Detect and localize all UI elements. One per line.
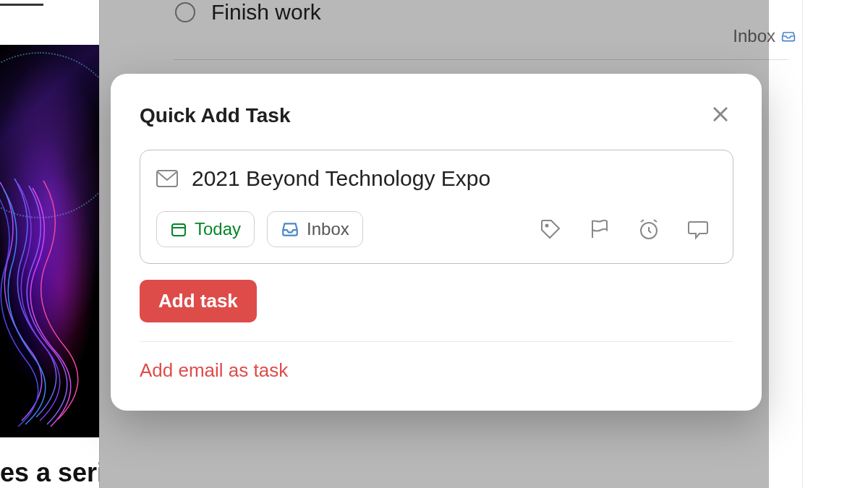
reminder-button[interactable]: [637, 218, 660, 241]
project-inbox-chip[interactable]: Inbox: [267, 211, 363, 247]
add-email-as-task-link[interactable]: Add email as task: [140, 359, 288, 382]
svg-point-5: [546, 225, 548, 227]
close-icon: [710, 104, 731, 124]
svg-rect-2: [157, 171, 177, 187]
task-input-container: Today Inbox: [140, 150, 733, 264]
add-task-button[interactable]: Add task: [140, 280, 257, 322]
comment-button[interactable]: [686, 218, 710, 241]
alarm-clock-icon: [637, 218, 660, 241]
quick-add-task-modal: Quick Add Task: [111, 74, 762, 411]
modal-divider: [140, 341, 733, 342]
priority-button[interactable]: [588, 218, 611, 241]
task-name-input[interactable]: [192, 166, 717, 191]
calendar-icon: [170, 221, 187, 238]
inbox-icon: [281, 220, 299, 239]
decorative-image-panel: [0, 45, 99, 437]
tag-icon: [539, 218, 562, 241]
label-button[interactable]: [539, 218, 562, 241]
close-button[interactable]: [707, 101, 733, 129]
comment-icon: [686, 218, 710, 241]
svg-rect-3: [172, 224, 185, 236]
inbox-icon: [781, 29, 796, 43]
flag-icon: [588, 218, 611, 241]
modal-title: Quick Add Task: [140, 104, 291, 127]
hamburger-partial: [0, 0, 43, 6]
envelope-icon: [156, 170, 178, 187]
schedule-today-chip[interactable]: Today: [156, 211, 255, 247]
